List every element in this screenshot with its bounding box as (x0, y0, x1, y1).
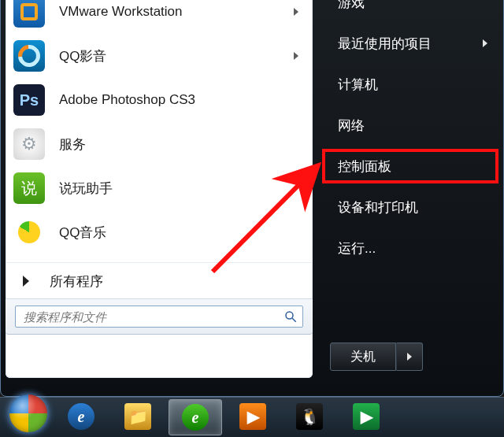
right-item-2[interactable]: 计算机 (322, 67, 498, 102)
start-menu-right-pane: 游戏最近使用的项目计算机网络控制面板设备和打印机运行... (322, 0, 498, 265)
shutdown-options-button[interactable] (396, 343, 423, 371)
app-icon: Ps (13, 84, 45, 116)
shutdown-button[interactable]: 关机 (330, 343, 396, 371)
start-menu: VMware WorkstationQQ影音PsAdobe Photoshop … (0, 0, 504, 397)
taskbar: e📁e▶🐧▶ (0, 397, 504, 437)
app-icon (13, 0, 45, 28)
pinned-apps-list: VMware WorkstationQQ影音PsAdobe Photoshop … (6, 0, 313, 254)
start-menu-left-pane: VMware WorkstationQQ影音PsAdobe Photoshop … (6, 0, 313, 378)
app-label: VMware Workstation (59, 4, 294, 20)
app-label: QQ音乐 (59, 224, 305, 242)
right-item-label: 控制面板 (338, 157, 391, 176)
app-item-3[interactable]: ⚙服务 (6, 122, 313, 166)
chevron-right-icon (483, 39, 487, 47)
all-programs-button[interactable]: 所有程序 (6, 262, 313, 299)
taskbar-button-qq[interactable]: 🐧 (284, 399, 335, 434)
internet-explorer-icon: e (68, 403, 94, 430)
taskbar-button-iqiyi[interactable]: ▶ (340, 399, 392, 434)
search-input[interactable] (22, 309, 284, 324)
app-label: Adobe Photoshop CS3 (59, 92, 305, 108)
360-browser-icon: e (182, 404, 209, 431)
qq-icon: 🐧 (296, 403, 323, 430)
chevron-right-icon (407, 353, 412, 361)
search-icon (284, 309, 298, 324)
app-item-1[interactable]: QQ影音 (6, 34, 313, 78)
app-icon (13, 217, 45, 248)
svg-point-0 (286, 312, 293, 319)
shutdown-split-button[interactable]: 关机 (330, 343, 423, 371)
right-item-5[interactable]: 设备和打印机 (322, 190, 498, 224)
qq-live-icon: ▶ (239, 403, 266, 430)
right-item-label: 设备和打印机 (338, 198, 418, 217)
app-icon (13, 40, 45, 72)
chevron-right-icon (23, 276, 29, 287)
right-item-6[interactable]: 运行... (322, 231, 498, 265)
taskbar-button-file-explorer[interactable]: 📁 (112, 399, 164, 434)
app-item-4[interactable]: 说说玩助手 (6, 166, 313, 210)
chevron-right-icon (294, 52, 298, 60)
taskbar-button-qq-live[interactable]: ▶ (227, 399, 279, 434)
right-item-label: 最近使用的项目 (338, 35, 432, 53)
right-item-4[interactable]: 控制面板 (322, 149, 498, 183)
svg-line-1 (292, 318, 296, 322)
right-item-label: 游戏 (338, 0, 365, 12)
right-item-label: 网络 (338, 117, 365, 135)
search-box[interactable] (15, 306, 303, 328)
app-item-0[interactable]: VMware Workstation (6, 0, 313, 34)
chevron-right-icon (294, 8, 298, 16)
right-item-label: 计算机 (338, 76, 378, 94)
iqiyi-icon: ▶ (353, 403, 380, 430)
taskbar-button-internet-explorer[interactable]: e (55, 399, 107, 434)
search-area (6, 298, 313, 335)
taskbar-button-360-browser[interactable]: e (169, 399, 222, 435)
right-item-label: 运行... (338, 239, 376, 257)
right-item-1[interactable]: 最近使用的项目 (322, 26, 498, 61)
app-icon: 说 (13, 172, 45, 204)
app-item-5[interactable]: QQ音乐 (6, 210, 313, 254)
app-label: 服务 (59, 135, 305, 154)
start-button[interactable] (9, 394, 47, 432)
taskbar-buttons: e📁e▶🐧▶ (55, 399, 397, 435)
shutdown-label: 关机 (350, 349, 376, 365)
app-icon: ⚙ (13, 128, 45, 160)
app-item-2[interactable]: PsAdobe Photoshop CS3 (6, 78, 313, 122)
app-label: QQ影音 (59, 47, 294, 65)
app-label: 说玩助手 (59, 180, 305, 198)
right-item-3[interactable]: 网络 (322, 108, 498, 143)
file-explorer-icon: 📁 (124, 403, 151, 430)
right-item-0[interactable]: 游戏 (322, 0, 498, 20)
all-programs-label: 所有程序 (50, 272, 103, 291)
